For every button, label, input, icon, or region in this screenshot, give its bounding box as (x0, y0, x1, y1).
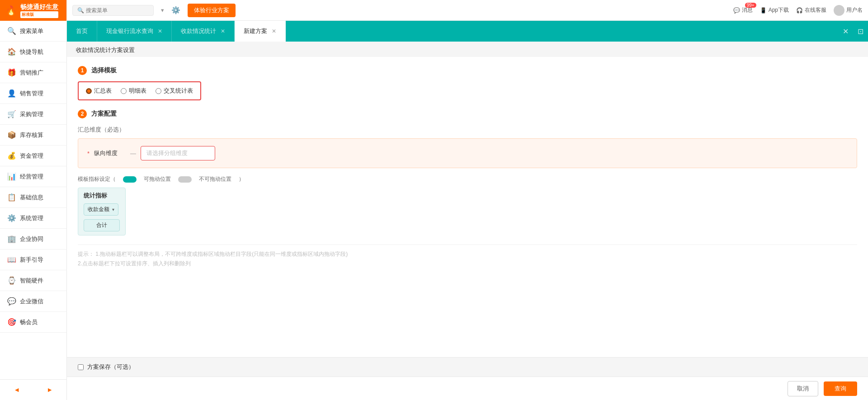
user-name-label: 用户名 (846, 6, 863, 14)
save-checkbox[interactable] (78, 364, 84, 370)
window-maximize-btn[interactable]: ⊡ (853, 27, 868, 36)
metrics-container: 统计指标 收款金额 ▾ 合计 (78, 188, 126, 235)
metrics-legend: 模板指标设定（ 可拖动位置 不可拖动位置 ） (78, 175, 857, 183)
dimension-select[interactable]: 请选择分组维度 (141, 146, 215, 160)
sidebar-logo: 🔥 畅捷通好生意 标准版 (0, 0, 66, 21)
sidebar-collapse-right[interactable]: ▶ (33, 380, 67, 400)
tab-bank-flow[interactable]: 现金银行流水查询 ✕ (97, 21, 172, 42)
save-label[interactable]: 方案保存（可选） (87, 363, 134, 371)
footer: 取消 查询 (67, 376, 868, 400)
sidebar-item-label: 库存核算 (20, 131, 43, 139)
sidebar-item-label: 快捷导航 (20, 48, 43, 56)
chevron-down-icon: ▾ (112, 207, 114, 212)
sidebar-item-enterprise[interactable]: 🏢 企业协同 (0, 229, 66, 249)
money-icon: 💰 (7, 151, 16, 160)
hint-1: 提示： 1.拖动标题栏可以调整布局，不可跨维度或指标区域拖动栏目字段(只能在同一… (78, 250, 857, 258)
user-icon: 👤 (7, 89, 16, 98)
topbar-actions: 💬 消息 99+ 📱 App下载 🎧 在线客服 用户名 (733, 5, 863, 16)
radio-cross-input[interactable] (156, 88, 161, 94)
gift-icon: 🎁 (7, 68, 16, 77)
sidebar-item-system[interactable]: ⚙️ 系统管理 (0, 208, 66, 229)
sidebar-item-hardware[interactable]: ⌚ 智能硬件 (0, 270, 66, 291)
config-section: 汇总维度（必选） * 纵向维度 — 请选择分组维度 模板指标设定（ (78, 126, 857, 268)
user-avatar (834, 5, 844, 16)
sidebar-item-basic-info[interactable]: 📋 基础信息 (0, 187, 66, 208)
app-download-item[interactable]: 📱 App下载 (760, 6, 789, 14)
radio-summary[interactable]: 汇总表 (86, 87, 112, 95)
radio-detail-input[interactable] (121, 88, 127, 94)
sidebar-item-operations[interactable]: 📊 经营管理 (0, 166, 66, 187)
topbar-search-icon: 🔍 (77, 7, 84, 14)
tab-bank-flow-label: 现金银行流水查询 (106, 27, 153, 35)
gear-icon[interactable]: ⚙️ (171, 6, 180, 14)
sidebar-item-wechat[interactable]: 💬 企业微信 (0, 291, 66, 312)
query-button[interactable]: 查询 (824, 381, 857, 396)
sidebar-item-quick-nav[interactable]: 🏠 快捷导航 (0, 42, 66, 62)
radio-detail[interactable]: 明细表 (121, 87, 146, 95)
tab-collection-stats[interactable]: 收款情况统计 ✕ (172, 21, 235, 42)
search-input[interactable] (86, 7, 149, 14)
not-draggable-label: 不可拖动位置 (199, 175, 231, 183)
user-profile[interactable]: 用户名 (834, 5, 863, 16)
step1-header: 1 选择模板 (78, 66, 857, 75)
chat-icon: 💬 (7, 297, 16, 306)
topbar: 🔍 ▾ ⚙️ 体验行业方案 💬 消息 99+ 📱 App下载 🎧 在线客服 用户… (67, 0, 868, 21)
radio-summary-input[interactable] (86, 88, 92, 94)
tab-collection-stats-label: 收款情况统计 (181, 27, 216, 35)
sidebar-item-marketing[interactable]: 🎁 营销推广 (0, 62, 66, 83)
online-service-item[interactable]: 🎧 在线客服 (796, 6, 826, 14)
radio-summary-label: 汇总表 (94, 87, 112, 95)
tab-new-plan[interactable]: 新建方案 ✕ (235, 21, 286, 42)
content-area: 收款情况统计方案设置 1 选择模板 汇总表 明细表 (67, 42, 868, 376)
tab-home-label: 首页 (76, 27, 88, 35)
logo-icon: 🔥 (5, 5, 17, 16)
sidebar-item-guide[interactable]: 📖 新手引导 (0, 249, 66, 270)
system-icon: ⚙️ (7, 214, 16, 222)
notification-item[interactable]: 💬 消息 99+ (733, 6, 753, 14)
required-mark: * (87, 150, 90, 157)
service-icon: 🎧 (796, 7, 803, 14)
hint-2: 2.点击标题栏下拉可设置排序、插入列和删除列 (78, 260, 857, 268)
tab-nav: 首页 现金银行流水查询 ✕ 收款情况统计 ✕ 新建方案 ✕ ✕ ⊡ (67, 21, 868, 42)
dimension-row: * 纵向维度 — 请选择分组维度 (87, 146, 848, 160)
sidebar-item-label: 企业协同 (20, 235, 43, 243)
sidebar-item-finance[interactable]: 💰 资金管理 (0, 146, 66, 166)
metrics-close-paren: ） (239, 175, 244, 183)
sidebar-item-label: 畅会员 (20, 318, 38, 326)
member-icon: 🎯 (7, 318, 16, 326)
sidebar-item-inventory[interactable]: 📦 库存核算 (0, 125, 66, 146)
metrics-settings: 模板指标设定（ 可拖动位置 不可拖动位置 ） 统计指标 收款金额 (78, 175, 857, 235)
sidebar-item-search-menu[interactable]: 🔍 搜索菜单 (0, 21, 66, 42)
radio-cross[interactable]: 交叉统计表 (156, 87, 193, 95)
sidebar-item-sales[interactable]: 👤 销售管理 (0, 83, 66, 104)
tab-new-plan-close[interactable]: ✕ (272, 28, 276, 34)
collection-amount-tag[interactable]: 收款金额 ▾ (84, 203, 118, 216)
sidebar-item-member[interactable]: 🎯 畅会员 (0, 312, 66, 333)
stats-label: 统计指标 (84, 192, 120, 200)
summary-dimension-label: 汇总维度（必选） (78, 126, 857, 134)
sidebar-item-label: 企业微信 (20, 297, 43, 306)
box-icon: 📦 (7, 131, 16, 139)
search-menu-icon: 🔍 (7, 27, 16, 35)
sidebar-item-purchase[interactable]: 🛒 采购管理 (0, 104, 66, 125)
sidebar-collapse-left[interactable]: ◀ (0, 380, 33, 400)
arrow-icon: — (130, 150, 136, 157)
draggable-label: 可拖动位置 (144, 175, 171, 183)
tab-new-plan-label: 新建方案 (244, 27, 267, 35)
search-box[interactable]: 🔍 (72, 5, 154, 16)
tab-collection-stats-close[interactable]: ✕ (221, 28, 225, 34)
dropdown-icon[interactable]: ▾ (161, 7, 164, 14)
step2-title: 方案配置 (91, 110, 117, 118)
tab-bank-flow-close[interactable]: ✕ (158, 28, 162, 34)
sidebar-item-label: 智能硬件 (20, 277, 43, 285)
radio-cross-label: 交叉统计表 (164, 87, 193, 95)
logo-badge: 标准版 (20, 11, 58, 18)
step2-header: 2 方案配置 (78, 109, 857, 118)
cancel-button[interactable]: 取消 (788, 381, 818, 396)
sidebar-item-label: 经营管理 (20, 173, 43, 181)
sidebar-item-label: 销售管理 (20, 89, 43, 98)
tab-home[interactable]: 首页 (67, 21, 97, 42)
industry-btn[interactable]: 体验行业方案 (188, 4, 236, 17)
sidebar: 🔥 畅捷通好生意 标准版 🔍 搜索菜单 🏠 快捷导航 🎁 营销推广 👤 销售管理… (0, 0, 67, 400)
window-close-btn[interactable]: ✕ (838, 27, 853, 36)
